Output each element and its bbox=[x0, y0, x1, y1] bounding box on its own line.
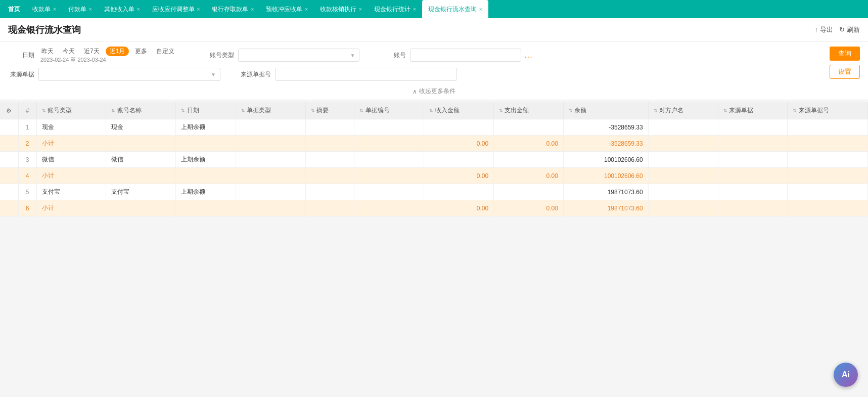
close-receipts-icon[interactable]: × bbox=[53, 7, 56, 12]
table-row[interactable]: 1现金现金上期余额-3528659.33 bbox=[0, 119, 868, 136]
date-1month[interactable]: 近1月 bbox=[106, 47, 129, 56]
sort-icon: ⇅ bbox=[654, 108, 658, 113]
close-cash-bank-flow-icon[interactable]: × bbox=[479, 7, 482, 12]
row-account-name-cell bbox=[106, 168, 176, 184]
row-counter-party-cell bbox=[648, 168, 718, 184]
close-other-income-icon[interactable]: × bbox=[137, 7, 140, 12]
col-doc-no[interactable]: ⇅ 单据编号 bbox=[354, 102, 424, 119]
col-account-type[interactable]: ⇅ 账号类型 bbox=[36, 102, 106, 119]
col-summary[interactable]: ⇅ 摘要 bbox=[305, 102, 354, 119]
col-income[interactable]: ⇅ 收入金额 bbox=[424, 102, 494, 119]
col-doc-type[interactable]: ⇅ 单据类型 bbox=[236, 102, 305, 119]
date-today[interactable]: 今天 bbox=[60, 47, 78, 56]
col-source-doc[interactable]: ⇅ 来源单据 bbox=[718, 102, 788, 119]
top-navigation: 首页 收款单 × 付款单 × 其他收入单 × 应收应付调整单 × 银行存取款单 … bbox=[0, 0, 868, 18]
col-counter-party-label: 对方户名 bbox=[659, 107, 683, 114]
row-date-cell bbox=[176, 168, 236, 184]
row-doc-type-cell bbox=[236, 200, 305, 216]
row-account-name-cell: 现金 bbox=[106, 119, 176, 136]
export-button[interactable]: ↑ 导出 bbox=[815, 25, 834, 34]
nav-tab-receipts[interactable]: 收款单 × bbox=[26, 0, 62, 18]
col-account-name[interactable]: ⇅ 账号名称 bbox=[106, 102, 176, 119]
row-balance-cell: -3528659.33 bbox=[563, 119, 648, 136]
nav-tab-advance-offset[interactable]: 预收冲应收单 × bbox=[260, 0, 314, 18]
date-shortcuts: 昨天 今天 近7天 近1月 更多 自定义 bbox=[38, 47, 177, 56]
date-custom[interactable]: 自定义 bbox=[153, 47, 177, 56]
source-doc-select[interactable]: ▼ bbox=[38, 68, 220, 81]
row-settings-cell bbox=[0, 152, 18, 168]
source-doc-no-input[interactable] bbox=[275, 68, 457, 81]
table-row[interactable]: 3微信微信上期余额100102606.60 bbox=[0, 152, 868, 168]
table-row[interactable]: 5支付宝支付宝上期余额19871073.60 bbox=[0, 184, 868, 200]
nav-tab-ar-ap-adjust[interactable]: 应收应付调整单 × bbox=[146, 0, 206, 18]
row-counter-party-cell bbox=[648, 184, 718, 200]
nav-cash-bank-stat-label: 现金银行统计 bbox=[374, 5, 410, 14]
table-row[interactable]: 4小计0.000.00100102606.60 bbox=[0, 168, 868, 184]
col-balance[interactable]: ⇅ 余额 bbox=[563, 102, 648, 119]
close-payments-icon[interactable]: × bbox=[89, 7, 92, 12]
row-settings-cell bbox=[0, 168, 18, 184]
sort-icon: ⇅ bbox=[569, 108, 573, 113]
col-date[interactable]: ⇅ 日期 bbox=[176, 102, 236, 119]
nav-tab-payments[interactable]: 付款单 × bbox=[62, 0, 98, 18]
account-no-label: 账号 bbox=[380, 51, 410, 60]
row-expense-cell bbox=[494, 119, 564, 136]
nav-tab-cash-bank-flow[interactable]: 现金银行流水查询 × bbox=[422, 0, 488, 18]
table-header-row: ⚙ # ⇅ 账号类型 ⇅ 账号名称 ⇅ 日期 ⇅ 单据类型 bbox=[0, 102, 868, 119]
close-advance-offset-icon[interactable]: × bbox=[305, 7, 308, 12]
refresh-button[interactable]: ↻ 刷新 bbox=[839, 25, 860, 34]
nav-tab-home[interactable]: 首页 bbox=[2, 0, 26, 18]
col-summary-label: 摘要 bbox=[316, 107, 329, 114]
table-row[interactable]: 6小计0.000.0019871073.60 bbox=[0, 200, 868, 216]
nav-tab-cash-bank-stat[interactable]: 现金银行统计 × bbox=[368, 0, 422, 18]
row-expense-cell: 0.00 bbox=[494, 136, 564, 152]
sort-icon: ⇅ bbox=[181, 108, 185, 113]
row-num-cell: 2 bbox=[18, 136, 36, 152]
row-source-doc-cell bbox=[718, 152, 788, 168]
row-income-cell bbox=[424, 119, 494, 136]
query-button[interactable]: 查询 bbox=[830, 47, 860, 61]
sort-icon: ⇅ bbox=[499, 108, 503, 113]
row-source-doc-cell bbox=[718, 168, 788, 184]
filter-row-2: 来源单据 ▼ 来源单据号 bbox=[8, 68, 830, 81]
sort-icon: ⇅ bbox=[793, 108, 797, 113]
source-doc-arrow-icon: ▼ bbox=[211, 72, 216, 77]
nav-tab-collection-exec[interactable]: 收款核销执行 × bbox=[314, 0, 368, 18]
close-cash-bank-stat-icon[interactable]: × bbox=[413, 7, 416, 12]
date-more[interactable]: 更多 bbox=[132, 47, 150, 56]
nav-tab-other-income[interactable]: 其他收入单 × bbox=[98, 0, 146, 18]
account-no-input[interactable] bbox=[410, 49, 521, 62]
date-7days[interactable]: 近7天 bbox=[81, 47, 103, 56]
account-type-label: 账号类型 bbox=[208, 51, 238, 60]
col-doc-no-label: 单据编号 bbox=[366, 107, 390, 114]
settings-button[interactable]: 设置 bbox=[830, 65, 860, 79]
row-account-type-cell: 现金 bbox=[36, 119, 106, 136]
row-doc-no-cell bbox=[354, 136, 424, 152]
filter-row-1: 日期 昨天 今天 近7天 近1月 更多 自定义 2023-02-24 至 202… bbox=[8, 47, 830, 64]
col-source-doc-no[interactable]: ⇅ 来源单据号 bbox=[788, 102, 868, 119]
row-source-doc-no-cell bbox=[788, 168, 868, 184]
close-collection-exec-icon[interactable]: × bbox=[359, 7, 362, 12]
collapse-bar[interactable]: ∧ 收起更多条件 bbox=[8, 85, 860, 97]
close-bank-deposit-icon[interactable]: × bbox=[251, 7, 254, 12]
col-settings[interactable]: ⚙ bbox=[0, 102, 18, 119]
row-num-cell: 1 bbox=[18, 119, 36, 136]
collapse-icon: ∧ bbox=[413, 88, 417, 95]
nav-tab-bank-deposit[interactable]: 银行存取款单 × bbox=[206, 0, 260, 18]
row-doc-no-cell bbox=[354, 168, 424, 184]
row-balance-cell: 100102606.60 bbox=[563, 168, 648, 184]
col-expense[interactable]: ⇅ 支出金额 bbox=[494, 102, 564, 119]
row-summary-cell bbox=[305, 200, 354, 216]
row-counter-party-cell bbox=[648, 119, 718, 136]
source-doc-label: 来源单据 bbox=[8, 70, 38, 79]
date-yesterday[interactable]: 昨天 bbox=[38, 47, 57, 56]
row-summary-cell bbox=[305, 184, 354, 200]
account-type-select[interactable]: ▼ bbox=[238, 49, 359, 62]
table-row[interactable]: 2小计0.000.00-3528659.33 bbox=[0, 136, 868, 152]
col-counter-party[interactable]: ⇅ 对方户名 bbox=[648, 102, 718, 119]
close-ar-ap-adjust-icon[interactable]: × bbox=[197, 7, 200, 12]
row-source-doc-no-cell bbox=[788, 119, 868, 136]
sort-icon: ⇅ bbox=[429, 108, 433, 113]
row-account-name-cell bbox=[106, 200, 176, 216]
account-no-more-icon[interactable]: ... bbox=[524, 51, 532, 60]
